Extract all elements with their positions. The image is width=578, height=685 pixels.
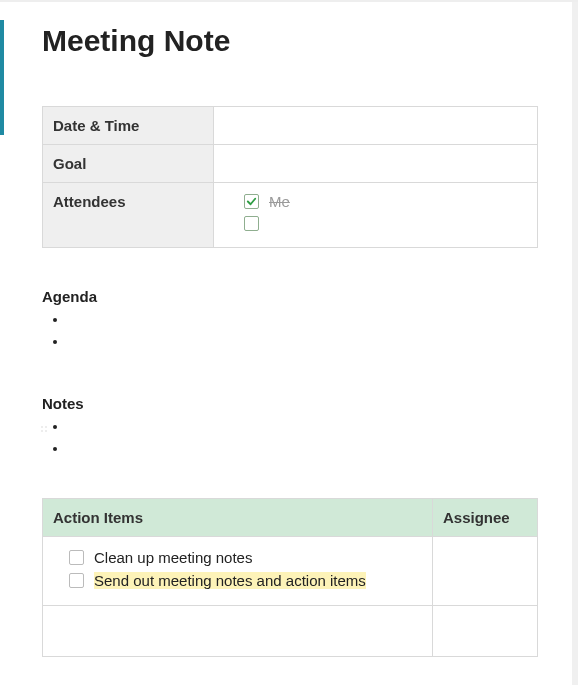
notes-wrap xyxy=(42,418,536,462)
page: Meeting Note Date & Time Goal Attendees xyxy=(0,0,578,685)
attendee-row xyxy=(244,216,527,231)
goal-cell[interactable] xyxy=(214,145,538,183)
table-row xyxy=(43,606,538,657)
svg-point-3 xyxy=(45,430,47,432)
list-item[interactable] xyxy=(68,333,536,355)
checkbox-icon[interactable] xyxy=(69,550,84,565)
action-items-cell[interactable] xyxy=(43,606,433,657)
notes-list[interactable] xyxy=(42,418,536,462)
top-divider xyxy=(0,0,578,2)
table-row: Action Items Assignee xyxy=(43,499,538,537)
checkbox-icon[interactable] xyxy=(244,194,259,209)
scrollbar-track[interactable] xyxy=(572,2,578,685)
content-area: Meeting Note Date & Time Goal Attendees xyxy=(0,0,578,685)
action-items-header: Action Items xyxy=(43,499,433,537)
date-time-cell[interactable] xyxy=(214,107,538,145)
table-row: Attendees Me xyxy=(43,183,538,248)
goal-header: Goal xyxy=(43,145,214,183)
attendees-cell[interactable]: Me xyxy=(214,183,538,248)
meta-table: Date & Time Goal Attendees Me xyxy=(42,106,538,248)
list-item[interactable] xyxy=(68,311,536,333)
action-item-text[interactable]: Send out meeting notes and action items xyxy=(94,572,366,589)
list-item[interactable] xyxy=(68,440,536,462)
svg-point-2 xyxy=(41,430,43,432)
table-row: Clean up meeting notes Send out meeting … xyxy=(43,537,538,606)
page-title[interactable]: Meeting Note xyxy=(42,24,536,58)
notes-heading: Notes xyxy=(42,395,536,412)
agenda-heading: Agenda xyxy=(42,288,536,305)
assignee-cell[interactable] xyxy=(433,606,538,657)
action-item-text[interactable]: Clean up meeting notes xyxy=(94,549,252,566)
table-row: Date & Time xyxy=(43,107,538,145)
table-row: Goal xyxy=(43,145,538,183)
svg-point-0 xyxy=(41,426,43,428)
checkbox-icon[interactable] xyxy=(244,216,259,231)
assignee-header: Assignee xyxy=(433,499,538,537)
action-item-row: Send out meeting notes and action items xyxy=(69,572,422,589)
agenda-list[interactable] xyxy=(42,311,536,355)
attendee-label: Me xyxy=(269,193,290,210)
assignee-cell[interactable] xyxy=(433,537,538,606)
action-item-row: Clean up meeting notes xyxy=(69,549,422,566)
list-item[interactable] xyxy=(68,418,536,440)
svg-point-1 xyxy=(45,426,47,428)
date-time-header: Date & Time xyxy=(43,107,214,145)
checkbox-icon[interactable] xyxy=(69,573,84,588)
action-items-cell[interactable]: Clean up meeting notes Send out meeting … xyxy=(43,537,433,606)
attendees-header: Attendees xyxy=(43,183,214,248)
attendee-row: Me xyxy=(244,193,527,210)
drag-handle-icon[interactable] xyxy=(40,425,50,435)
accent-bar xyxy=(0,20,4,135)
action-items-table: Action Items Assignee Clean up meeting n… xyxy=(42,498,538,657)
